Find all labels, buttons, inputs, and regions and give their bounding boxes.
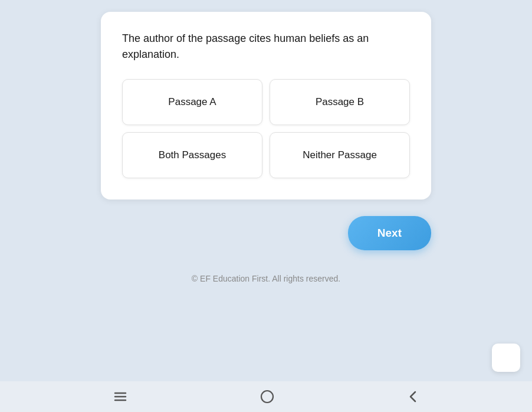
next-row: Next — [101, 216, 431, 250]
nav-menu-icon[interactable] — [113, 391, 127, 402]
footer-copyright: © EF Education First. All rights reserve… — [192, 274, 340, 283]
question-text: The author of the passage cites human be… — [122, 31, 410, 63]
question-card: The author of the passage cites human be… — [101, 12, 431, 200]
answer-passage-a[interactable]: Passage A — [122, 79, 262, 125]
main-content: The author of the passage cites human be… — [0, 0, 532, 381]
navigation-bar — [0, 381, 532, 412]
nav-home-icon[interactable] — [260, 390, 274, 404]
nav-back-icon[interactable] — [407, 390, 419, 404]
answer-neither-passage[interactable]: Neither Passage — [270, 132, 410, 178]
compress-button[interactable] — [492, 344, 520, 372]
answer-grid: Passage A Passage B Both Passages Neithe… — [122, 79, 410, 178]
answer-both-passages[interactable]: Both Passages — [122, 132, 262, 178]
svg-point-5 — [261, 391, 273, 403]
answer-passage-b[interactable]: Passage B — [270, 79, 410, 125]
next-button[interactable]: Next — [348, 216, 431, 250]
